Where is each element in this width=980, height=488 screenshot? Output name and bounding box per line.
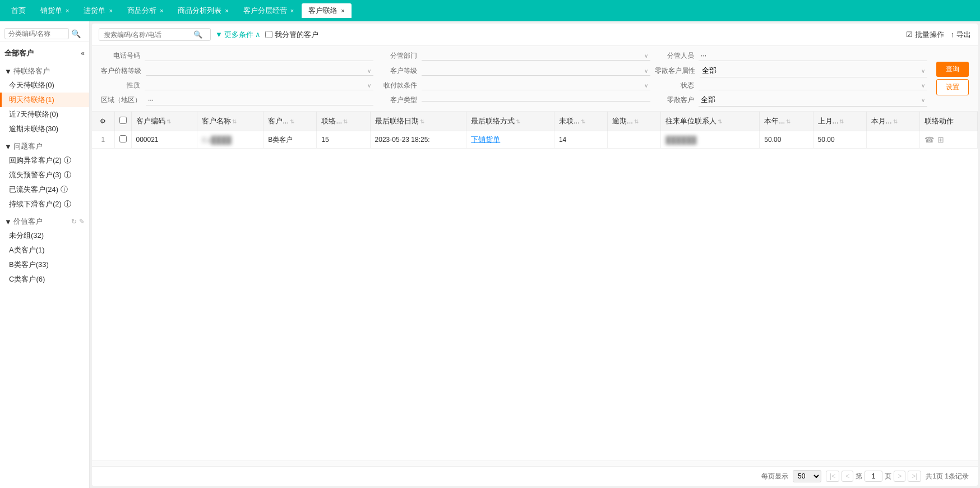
sidebar-search-icon[interactable]: 🔍: [71, 29, 81, 38]
sidebar-group-value-title[interactable]: ▼ 价值客户 ↻ ✎: [0, 214, 89, 228]
last-method-link[interactable]: 下销货单: [471, 135, 500, 144]
sidebar-item-a-class[interactable]: A类客户(1): [0, 243, 89, 257]
row-check[interactable]: [114, 131, 131, 149]
nav-product-analysis-close[interactable]: ×: [160, 7, 163, 14]
col-customer-code[interactable]: 客户编码⇅: [131, 112, 197, 131]
set-button[interactable]: 设置: [936, 79, 969, 95]
page-next-btn[interactable]: >: [894, 471, 905, 482]
col-customer-name[interactable]: 客户名称⇅: [197, 112, 264, 131]
filter-dept-select[interactable]: ∨: [422, 52, 650, 61]
sidebar-group-problem-title[interactable]: ▼ 问题客户: [0, 139, 89, 153]
nav-customer-contact[interactable]: 客户联络 ×: [302, 3, 351, 18]
value-title-label: 价值客户: [13, 217, 43, 227]
row-unit-contact: ██████: [661, 131, 760, 149]
value-edit-icon[interactable]: ✎: [79, 218, 85, 225]
nav-sales[interactable]: 销货单 ×: [34, 3, 76, 18]
filter-price-level-select[interactable]: ∨: [146, 67, 373, 76]
col-action: 联络动作: [919, 112, 977, 131]
col-contact-count[interactable]: 联络...⇅: [317, 112, 370, 131]
filter-manager-input[interactable]: ···: [699, 50, 927, 61]
col-this-year[interactable]: 本年...⇅: [760, 112, 813, 131]
filter-scatter-attr-label: 零散客户属性: [655, 66, 695, 76]
filter-phone: 电话号码: [101, 50, 378, 61]
col-last-month[interactable]: 上月...⇅: [813, 112, 866, 131]
col-customer-cat[interactable]: 客户...⇅: [264, 112, 317, 131]
page-input[interactable]: [865, 471, 882, 482]
nav-customer-tier-close[interactable]: ×: [290, 7, 294, 14]
col-unlinked[interactable]: 未联...⇅: [554, 112, 607, 131]
filter-scatter-attr-select[interactable]: 全部 ∨: [700, 65, 927, 77]
value-refresh-icon[interactable]: ↻: [71, 218, 77, 225]
nav-sales-close[interactable]: ×: [66, 7, 69, 14]
sidebar-item-7days[interactable]: 近7天待联络(0): [0, 107, 89, 122]
page-prev-btn[interactable]: <: [842, 471, 853, 482]
my-customers-checkbox[interactable]: [265, 31, 272, 38]
nav-product-analysis[interactable]: 商品分析 ×: [121, 3, 170, 18]
sidebar-item-churn-warning[interactable]: 流失预警客户(3) ⓘ: [0, 168, 89, 182]
filter-price-level: 客户价格等级 ∨: [101, 66, 378, 76]
col-last-method[interactable]: 最后联络方式⇅: [466, 112, 554, 131]
batch-btn[interactable]: ☑ 批量操作: [906, 30, 944, 40]
sidebar-item-abnormal[interactable]: 回购异常客户(2) ⓘ: [0, 153, 89, 168]
filter-more-btn[interactable]: ▼ 更多条件 ∧: [215, 30, 261, 40]
col-last-date[interactable]: 最后联络日期⇅: [370, 112, 466, 131]
col-this-month[interactable]: 本月...⇅: [866, 112, 919, 131]
nav-product-analysis-list[interactable]: 商品分析列表 ×: [171, 3, 235, 18]
sidebar-item-today[interactable]: 今天待联络(0): [0, 78, 89, 93]
filter-nature-select[interactable]: ∨: [145, 81, 373, 90]
nav-customer-tier[interactable]: 客户分层经营 ×: [237, 3, 301, 18]
sort-cat-icon: ⇅: [290, 118, 294, 125]
row-this-year: 50.00: [760, 131, 813, 149]
search-input[interactable]: [104, 31, 193, 39]
row-checkbox[interactable]: [119, 135, 127, 142]
nav-purchase-close[interactable]: ×: [109, 7, 112, 14]
filter-region-input[interactable]: ···: [146, 95, 373, 105]
sidebar-group-pending-title[interactable]: ▼ 待联络客户: [0, 63, 89, 78]
filter-customer-type: 客户类型: [378, 95, 655, 105]
sidebar-item-churned[interactable]: 已流失客户(24) ⓘ: [0, 182, 89, 197]
sidebar-item-ungrouped[interactable]: 未分组(32): [0, 228, 89, 243]
filter-payment-select[interactable]: ∨: [422, 81, 650, 90]
sidebar-item-c-class[interactable]: C类客户(6): [0, 272, 89, 287]
scrollbar[interactable]: [92, 461, 978, 466]
sort-month-icon: ⇅: [893, 118, 898, 125]
page-first-btn[interactable]: |<: [826, 471, 839, 482]
sidebar-item-overdue[interactable]: 逾期未联络(30): [0, 122, 89, 136]
problem-arrow-icon: ▼: [4, 142, 12, 151]
table-area: ⚙ 客户编码⇅ 客户名称⇅ 客户...⇅ 联络...⇅ 最后联络日期⇅ 最后联络…: [92, 112, 978, 461]
filter-customer-type-input[interactable]: [422, 99, 650, 102]
filter-scatter-select[interactable]: 全部 ∨: [699, 94, 927, 107]
sidebar-all-customers[interactable]: 全部客户 «: [0, 45, 89, 61]
col-overdue[interactable]: 逾期...⇅: [608, 112, 661, 131]
nav-purchase[interactable]: 进货单 ×: [77, 3, 119, 18]
sort-year-icon: ⇅: [786, 118, 791, 125]
scatter-attr-chevron-icon: ∨: [921, 68, 925, 74]
action-phone-icon[interactable]: ☎: [924, 135, 934, 144]
nav-product-analysis-list-close[interactable]: ×: [225, 7, 228, 14]
filter-phone-input[interactable]: [145, 50, 373, 61]
toolbar-search-icon[interactable]: 🔍: [193, 30, 202, 39]
my-customers-check[interactable]: 我分管的客户: [265, 30, 318, 40]
select-all-checkbox[interactable]: [119, 117, 127, 124]
sidebar-item-b-class[interactable]: B类客户(33): [0, 257, 89, 272]
sidebar-item-declining[interactable]: 持续下滑客户(2) ⓘ: [0, 197, 89, 211]
page-size-select[interactable]: 50 100 200: [793, 470, 821, 482]
page-last-btn[interactable]: >|: [908, 471, 921, 482]
filter-customer-level-select[interactable]: ∨: [422, 67, 650, 76]
row-contact-count: 15: [317, 131, 370, 149]
nav-customer-contact-close[interactable]: ×: [341, 7, 344, 14]
filter-scatter: 零散客户 全部 ∨: [655, 94, 932, 107]
query-button[interactable]: 查询: [936, 62, 969, 77]
problem-title-label: 问题客户: [13, 141, 43, 151]
sidebar-search-input[interactable]: [4, 28, 69, 39]
action-grid-icon[interactable]: ⊞: [937, 135, 944, 144]
row-unlinked: 14: [554, 131, 607, 149]
col-settings[interactable]: ⚙: [92, 112, 114, 131]
sort-code-icon: ⇅: [167, 118, 171, 125]
sidebar-item-tomorrow[interactable]: 明天待联络(1): [0, 93, 89, 107]
filter-status-select[interactable]: ∨: [699, 81, 927, 90]
col-unit-contact[interactable]: 往来单位联系人⇅: [661, 112, 760, 131]
row-this-month: [866, 131, 919, 149]
nav-home[interactable]: 首页: [4, 3, 33, 18]
export-btn[interactable]: ↑ 导出: [951, 30, 972, 40]
